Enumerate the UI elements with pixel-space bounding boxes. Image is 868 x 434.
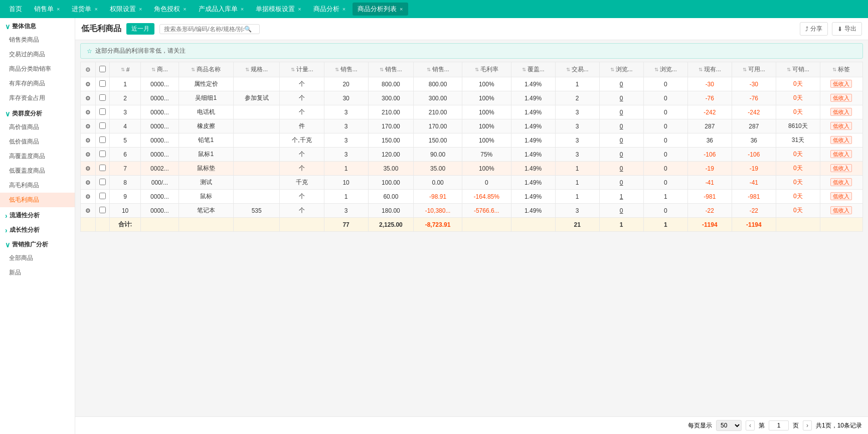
col-header-saleable[interactable]: ⇅可销... bbox=[776, 62, 820, 77]
nav-item-权限设置[interactable]: 权限设置× bbox=[105, 3, 147, 16]
row-settings-icon[interactable]: ⚙ bbox=[85, 95, 91, 102]
sidebar-item-低价值商品[interactable]: 低价值商品 bbox=[0, 134, 75, 149]
row-settings-icon[interactable]: ⚙ bbox=[85, 193, 91, 200]
row-checkbox[interactable] bbox=[99, 108, 106, 115]
row-checkbox[interactable] bbox=[99, 136, 106, 143]
row-settings-icon[interactable]: ⚙ bbox=[85, 207, 91, 214]
col-header-sale_qty[interactable]: ⇅销售... bbox=[324, 62, 368, 77]
nav-item-首页[interactable]: 首页 bbox=[4, 3, 27, 16]
sidebar-item-销售类商品[interactable]: 销售类商品 bbox=[0, 33, 75, 47]
sidebar-group-成长性分析[interactable]: ›成长性分析 bbox=[0, 222, 75, 236]
row-checkbox[interactable] bbox=[99, 151, 106, 157]
date-filter-button[interactable]: 近一月 bbox=[126, 23, 154, 35]
sidebar-item-交易过的商品[interactable]: 交易过的商品 bbox=[0, 47, 75, 62]
nav-item-单据模板设置[interactable]: 单据模板设置× bbox=[251, 3, 306, 16]
col-header-unit[interactable]: ⇅计量... bbox=[280, 62, 324, 77]
row-settings-icon[interactable]: ⚙ bbox=[85, 123, 91, 130]
row-settings-icon[interactable]: ⚙ bbox=[85, 81, 91, 88]
col-header-sale_amount[interactable]: ⇅销售... bbox=[414, 62, 462, 77]
page-number-input[interactable] bbox=[769, 420, 789, 430]
nav-close-icon[interactable]: × bbox=[94, 6, 97, 12]
nav-close-icon[interactable]: × bbox=[241, 6, 244, 12]
page-size-select[interactable]: 50 100 200 bbox=[716, 420, 742, 431]
row-checkbox[interactable] bbox=[99, 207, 106, 213]
view-count-link[interactable]: 1 bbox=[620, 193, 623, 200]
nav-close-icon[interactable]: × bbox=[57, 6, 60, 12]
cell-view2: 0 bbox=[643, 105, 687, 119]
view-count-link[interactable]: 0 bbox=[620, 81, 623, 88]
view-count-link[interactable]: 0 bbox=[620, 165, 623, 172]
nav-item-角色授权[interactable]: 角色授权× bbox=[149, 3, 191, 16]
sort-icon-unit: ⇅ bbox=[291, 67, 295, 72]
col-header-settings[interactable]: ⚙ bbox=[81, 62, 96, 77]
col-header-spec[interactable]: ⇅规格... bbox=[233, 62, 280, 77]
view-count-link[interactable]: 0 bbox=[620, 95, 623, 102]
row-checkbox[interactable] bbox=[99, 179, 106, 185]
row-settings-icon[interactable]: ⚙ bbox=[85, 165, 91, 172]
nav-close-icon[interactable]: × bbox=[342, 6, 345, 12]
cell-sale_qty: 3 bbox=[324, 204, 368, 218]
view-count-link[interactable]: 0 bbox=[620, 109, 623, 116]
col-header-sale_price[interactable]: ⇅销售... bbox=[368, 62, 414, 77]
sidebar-group-流通性分析[interactable]: ›流通性分析 bbox=[0, 207, 75, 222]
export-button[interactable]: ⬇ 导出 bbox=[832, 22, 862, 36]
sidebar-group-整体信息[interactable]: ∨整体信息 bbox=[0, 18, 75, 33]
share-button[interactable]: ⤴ 分享 bbox=[800, 22, 828, 36]
row-settings-icon[interactable]: ⚙ bbox=[85, 137, 91, 144]
view-count-link[interactable]: 0 bbox=[620, 137, 623, 144]
nav-close-icon[interactable]: × bbox=[183, 6, 186, 12]
row-settings-icon[interactable]: ⚙ bbox=[85, 179, 91, 186]
col-header-view2[interactable]: ⇅浏览... bbox=[643, 62, 687, 77]
nav-item-商品分析[interactable]: 商品分析× bbox=[308, 3, 351, 16]
view-count-link[interactable]: 0 bbox=[620, 179, 623, 186]
sidebar-item-低毛利商品[interactable]: 低毛利商品 bbox=[0, 193, 75, 207]
col-header-view1[interactable]: ⇅浏览... bbox=[599, 62, 643, 77]
search-input[interactable] bbox=[164, 26, 244, 33]
view-count-link[interactable]: 0 bbox=[620, 123, 623, 130]
row-checkbox[interactable] bbox=[99, 122, 106, 129]
sidebar-group-营销推广分析[interactable]: ∨营销推广分析 bbox=[0, 236, 75, 251]
sidebar-item-新品[interactable]: 新品 bbox=[0, 265, 75, 280]
table-wrapper[interactable]: ⚙⇅#⇅商...⇅商品名称⇅规格...⇅计量...⇅销售...⇅销售...⇅销售… bbox=[75, 62, 868, 416]
col-header-available[interactable]: ⇅可用... bbox=[732, 62, 776, 77]
nav-close-icon[interactable]: × bbox=[400, 6, 403, 12]
nav-close-icon[interactable]: × bbox=[139, 6, 142, 12]
sidebar-item-高毛利商品[interactable]: 高毛利商品 bbox=[0, 178, 75, 193]
nav-item-进货单[interactable]: 进货单× bbox=[67, 3, 102, 16]
row-checkbox[interactable] bbox=[99, 165, 106, 171]
sidebar-item-有库存的商品[interactable]: 有库存的商品 bbox=[0, 76, 75, 91]
row-checkbox[interactable] bbox=[99, 94, 106, 101]
col-header-name[interactable]: ⇅商品名称 bbox=[179, 62, 233, 77]
nav-item-销售单[interactable]: 销售单× bbox=[29, 3, 65, 16]
col-header-check[interactable] bbox=[96, 62, 110, 77]
row-settings-icon[interactable]: ⚙ bbox=[85, 109, 91, 116]
sidebar-item-库存资金占用[interactable]: 库存资金占用 bbox=[0, 91, 75, 105]
view-count-link[interactable]: 0 bbox=[620, 151, 623, 158]
cell-sale_qty: 20 bbox=[324, 77, 368, 91]
sidebar-item-全部商品[interactable]: 全部商品 bbox=[0, 251, 75, 265]
nav-close-icon[interactable]: × bbox=[298, 6, 301, 12]
search-icon[interactable]: 🔍 bbox=[244, 26, 252, 33]
row-checkbox[interactable] bbox=[99, 193, 106, 199]
prev-page-button[interactable]: ‹ bbox=[746, 420, 755, 430]
nav-item-产成品入库单[interactable]: 产成品入库单× bbox=[194, 3, 249, 16]
nav-item-商品分析列表[interactable]: 商品分析列表× bbox=[353, 3, 408, 16]
col-header-transaction[interactable]: ⇅交易... bbox=[555, 62, 599, 77]
col-header-current_stock[interactable]: ⇅现有... bbox=[687, 62, 732, 77]
select-all-checkbox[interactable] bbox=[99, 66, 106, 72]
sidebar-item-高价值商品[interactable]: 高价值商品 bbox=[0, 120, 75, 134]
sidebar-item-低覆盖度商品[interactable]: 低覆盖度商品 bbox=[0, 164, 75, 178]
sidebar-group-类群度分析[interactable]: ∨类群度分析 bbox=[0, 105, 75, 120]
sidebar-item-商品分类助销率[interactable]: 商品分类助销率 bbox=[0, 62, 75, 76]
settings-icon[interactable]: ⚙ bbox=[85, 66, 91, 73]
col-header-tag[interactable]: ⇅标签 bbox=[820, 62, 862, 77]
next-page-button[interactable]: › bbox=[803, 420, 812, 430]
row-settings-icon[interactable]: ⚙ bbox=[85, 151, 91, 158]
col-header-gross_margin[interactable]: ⇅毛利率 bbox=[462, 62, 511, 77]
view-count-link[interactable]: 0 bbox=[620, 207, 623, 214]
row-checkbox[interactable] bbox=[99, 80, 106, 87]
sidebar-item-高覆盖度商品[interactable]: 高覆盖度商品 bbox=[0, 149, 75, 164]
col-header-num[interactable]: ⇅# bbox=[110, 62, 141, 77]
col-header-coverage[interactable]: ⇅覆盖... bbox=[511, 62, 555, 77]
col-header-code[interactable]: ⇅商... bbox=[141, 62, 179, 77]
